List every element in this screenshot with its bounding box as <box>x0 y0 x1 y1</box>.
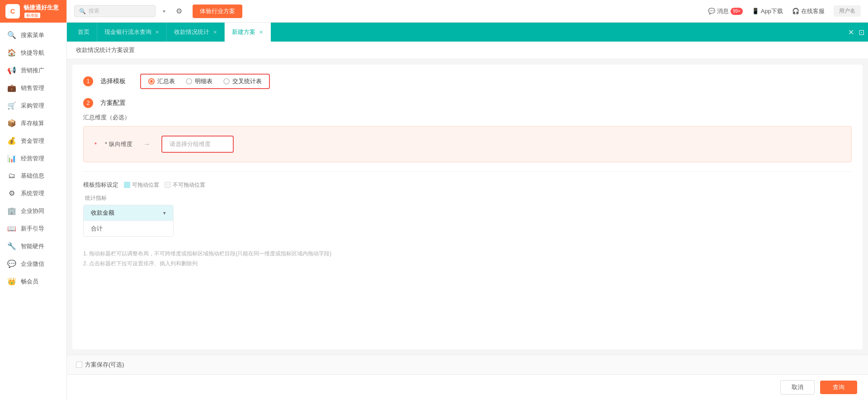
sidebar-item-label: 资金管理 <box>21 137 44 145</box>
query-button[interactable]: 查询 <box>820 381 857 394</box>
radio-summary[interactable]: 汇总表 <box>148 77 175 85</box>
metrics-table-row-total: 合计 <box>84 221 173 236</box>
tips-section: 1. 拖动标题栏可以调整布局，不可跨维度或指标区域拖动栏目段(只能在同一维度或指… <box>83 249 852 268</box>
tab-bank-flow[interactable]: 现金银行流水查询 ✕ <box>97 23 167 42</box>
sidebar-logo: C 畅捷通好生意 标准版 <box>0 0 66 23</box>
tab-new-plan[interactable]: 新建方案 ✕ <box>225 23 271 42</box>
sidebar-item-finance[interactable]: 💰 资金管理 <box>0 132 66 150</box>
radio-label-detail: 明细表 <box>195 77 212 85</box>
gear-icon: ⚙ <box>7 189 16 198</box>
online-service-button[interactable]: 🎧 在线客服 <box>792 7 825 15</box>
metrics-header: 模板指标设定 可拖动位置 不可拖动位置 <box>83 181 852 189</box>
close-window-icon[interactable]: ✕ <box>848 28 854 37</box>
sidebar-item-label: 智能硬件 <box>21 242 44 250</box>
sidebar-item-marketing[interactable]: 📢 营销推广 <box>0 61 66 79</box>
download-label: App下载 <box>761 7 783 15</box>
metrics-legend-non-draggable: 不可拖动位置 <box>165 181 205 189</box>
notification-label: 消息 <box>717 7 729 15</box>
required-mark: * <box>94 141 97 148</box>
settings-button[interactable]: ⚙ <box>173 5 185 18</box>
save-checkbox-row[interactable]: 方案保存(可选) <box>76 361 124 369</box>
folder-icon: 🗂 <box>7 172 16 180</box>
tab-home[interactable]: 首页 <box>71 23 97 42</box>
main-area: 🔍 搜索 ▾ ⚙ 体验行业方案 💬 消息 99+ 📱 App下载 🎧 在线客服 … <box>67 0 868 400</box>
tool-icon: 🔧 <box>7 242 16 250</box>
home-icon: 🏠 <box>7 48 16 57</box>
footer-bar: 取消 查询 <box>67 374 868 400</box>
save-checkbox[interactable] <box>76 362 82 368</box>
megaphone-icon: 📢 <box>7 66 16 75</box>
metrics-label-area: 统计指标 <box>83 194 852 205</box>
briefcase-icon: 💼 <box>7 84 16 92</box>
topbar-right: 💬 消息 99+ 📱 App下载 🎧 在线客服 用户名 <box>708 5 861 17</box>
non-draggable-legend-box <box>165 182 171 188</box>
tab-close-icon[interactable]: ✕ <box>259 29 263 35</box>
dropdown-arrow-icon[interactable]: ▾ <box>163 8 165 14</box>
tab-close-icon[interactable]: ✕ <box>155 29 159 35</box>
divider <box>83 171 852 172</box>
sidebar-item-guide[interactable]: 📖 新手引导 <box>0 220 66 237</box>
step1-row: 1 选择模板 汇总表 明细表 交叉统计表 <box>83 74 852 89</box>
notification-badge: 99+ <box>731 8 743 15</box>
template-radio-group: 汇总表 明细表 交叉统计表 <box>140 74 270 89</box>
vertical-dimension-label: * 纵向维度 <box>105 140 132 148</box>
stats-label: 统计指标 <box>83 194 107 202</box>
radio-circle-crosstab <box>223 78 230 85</box>
radio-label-crosstab: 交叉统计表 <box>232 77 262 85</box>
cancel-button[interactable]: 取消 <box>780 380 815 395</box>
search-box[interactable]: 🔍 搜索 <box>74 5 156 17</box>
metrics-section: 模板指标设定 可拖动位置 不可拖动位置 统计指标 收款金额 <box>83 181 852 238</box>
sidebar-item-basic-info[interactable]: 🗂 基础信息 <box>0 167 66 184</box>
notification-button[interactable]: 💬 消息 99+ <box>708 7 743 15</box>
sidebar-item-nav[interactable]: 🏠 快捷导航 <box>0 44 66 61</box>
metrics-title: 模板指标设定 <box>83 181 118 189</box>
step2-badge: 2 <box>83 98 93 108</box>
metrics-table: 收款金额 ▾ 合计 <box>83 205 174 237</box>
dimension-title: 汇总维度（必选） <box>83 113 852 122</box>
tab-actions: ✕ ⊡ <box>848 28 864 37</box>
sidebar-item-system[interactable]: ⚙ 系统管理 <box>0 184 66 202</box>
tab-payment-stats[interactable]: 收款情况统计 ✕ <box>167 23 225 42</box>
sidebar-item-member[interactable]: 👑 畅会员 <box>0 273 66 290</box>
maximize-icon[interactable]: ⊡ <box>859 28 864 37</box>
tab-close-icon[interactable]: ✕ <box>213 29 217 35</box>
sidebar-item-label: 销售管理 <box>21 84 44 92</box>
sidebar-item-search[interactable]: 🔍 搜索菜单 <box>0 26 66 44</box>
sidebar-item-inventory[interactable]: 📦 库存核算 <box>0 114 66 132</box>
sidebar-item-label: 企业协同 <box>21 207 44 215</box>
tips-line1: 1. 拖动标题栏可以调整布局，不可跨维度或指标区域拖动栏目段(只能在同一维度或指… <box>83 249 852 259</box>
sidebar-item-label: 快捷导航 <box>21 49 44 57</box>
app-download-button[interactable]: 📱 App下载 <box>752 7 783 15</box>
service-label: 在线客服 <box>801 7 825 15</box>
dimension-section: 汇总维度（必选） * * 纵向维度 → 请选择分组维度 <box>83 113 852 162</box>
industry-solution-button[interactable]: 体验行业方案 <box>193 5 242 18</box>
logo-text: 畅捷通好生意 <box>24 4 59 11</box>
sidebar-item-management[interactable]: 📊 经营管理 <box>0 150 66 167</box>
cart-icon: 🛒 <box>7 101 16 110</box>
notification-icon: 💬 <box>708 8 715 14</box>
page-title: 收款情况统计方案设置 <box>76 47 135 53</box>
sidebar-item-enterprise[interactable]: 🏢 企业协同 <box>0 202 66 220</box>
dimension-select[interactable]: 请选择分组维度 <box>161 136 234 153</box>
box-icon: 📦 <box>7 119 16 127</box>
chart-icon: 📊 <box>7 154 16 163</box>
sidebar-item-sales[interactable]: 💼 销售管理 <box>0 79 66 97</box>
money-icon: 💰 <box>7 136 16 145</box>
radio-detail[interactable]: 明细表 <box>186 77 212 85</box>
dimension-area: * * 纵向维度 → 请选择分组维度 <box>83 126 852 162</box>
sidebar-item-label: 基础信息 <box>21 172 44 180</box>
sidebar-item-label: 系统管理 <box>21 189 44 198</box>
chevron-down-icon: ▾ <box>163 210 166 216</box>
sidebar-item-wechat[interactable]: 💬 企业微信 <box>0 255 66 273</box>
sidebar: C 畅捷通好生意 标准版 🔍 搜索菜单 🏠 快捷导航 📢 营销推广 💼 销售管理… <box>0 0 67 400</box>
radio-crosstab[interactable]: 交叉统计表 <box>223 77 262 85</box>
download-icon: 📱 <box>752 8 759 14</box>
sidebar-item-purchase[interactable]: 🛒 采购管理 <box>0 97 66 114</box>
sidebar-item-label: 营销推广 <box>21 66 44 75</box>
sidebar-item-hardware[interactable]: 🔧 智能硬件 <box>0 237 66 255</box>
book-icon: 📖 <box>7 224 16 233</box>
sidebar-item-label: 搜索菜单 <box>21 31 44 39</box>
bottom-section: 方案保存(可选) <box>67 355 868 374</box>
arrow-icon: → <box>143 140 151 148</box>
metrics-table-header[interactable]: 收款金额 ▾ <box>84 205 173 221</box>
